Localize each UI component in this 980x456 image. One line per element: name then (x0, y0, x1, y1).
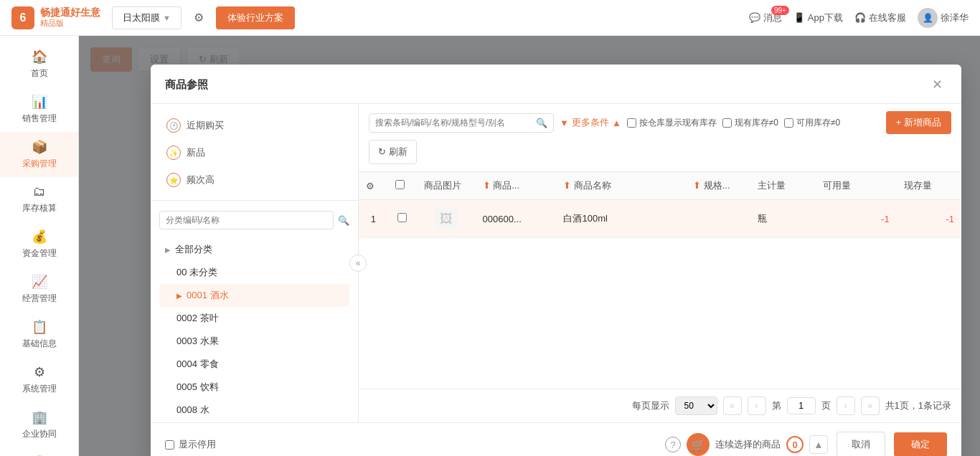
col-header-spec[interactable]: ⬆ 规格... (686, 172, 750, 200)
sidebar-item-enterprise[interactable]: 🏢 企业协同 (0, 402, 78, 447)
row-code-cell: 000600... (476, 200, 557, 238)
col-header-img: 商品图片 (417, 172, 475, 200)
tab-high-frequency[interactable]: ⭐ 频次高 (159, 167, 349, 193)
tree-item-0004[interactable]: 0004 零食 (159, 353, 349, 376)
per-page-select[interactable]: 50 10 20 100 (675, 396, 717, 415)
add-product-button[interactable]: + 新增商品 (886, 111, 951, 134)
user-nav-item[interactable]: 👤 徐泽华 (918, 8, 969, 28)
usable-stock-checkbox[interactable] (784, 118, 793, 128)
more-filter-button[interactable]: ▼ 更多条件 ▲ (560, 116, 621, 129)
tree-label-0004: 0004 零食 (176, 358, 219, 371)
left-panel-tabs: 🕐 近期购买 ✨ 新品 ⭐ 频次高 (151, 113, 358, 193)
logo-area: 6 畅捷通好生意 精品版 (11, 6, 100, 29)
sidebar-item-guide[interactable]: 🎯 新手引导 (0, 447, 78, 456)
sidebar-item-home[interactable]: 🏠 首页 (0, 42, 78, 87)
store-selector[interactable]: 日太阳膜 ▼ (112, 6, 182, 29)
collapse-left-panel-button[interactable]: « (349, 255, 367, 272)
first-page-button[interactable]: « (723, 396, 742, 415)
col-header-checkbox[interactable] (388, 172, 418, 200)
row-spec-cell (686, 200, 750, 238)
checkbox-usable-stock-filter[interactable]: 可用库存≠0 (784, 117, 840, 129)
warehouse-checkbox[interactable] (627, 118, 636, 128)
warehouse-filter-label: 按仓库显示现有库存 (639, 117, 717, 129)
show-disabled-checkbox[interactable] (165, 440, 174, 450)
row-available-cell: -1 (816, 200, 897, 238)
message-icon: 💬 (749, 12, 760, 23)
modal-close-button[interactable]: ✕ (927, 75, 947, 95)
tree-item-0005[interactable]: 0005 饮料 (159, 376, 349, 399)
col-name-sort-icon: ⬆ (563, 180, 571, 191)
sidebar-label-enterprise: 企业协同 (22, 428, 57, 440)
tab-recent-purchase[interactable]: 🕐 近期购买 (159, 113, 349, 138)
category-tree: ▶ 全部分类 00 未分类 ▶ 0001 酒水 0002 茶叶 (151, 232, 358, 414)
sidebar-item-inventory[interactable]: 🗂 库存核算 (0, 177, 78, 222)
tree-item-0003[interactable]: 0003 水果 (159, 330, 349, 353)
sidebar-label-system: 系统管理 (22, 383, 57, 395)
table-row[interactable]: 1 🖼 000600... 白酒100ml 瓶 -1 (359, 200, 961, 238)
select-all-checkbox[interactable] (395, 180, 405, 189)
dropdown-arrow-icon: ▼ (163, 14, 171, 22)
prev-page-button[interactable]: ‹ (748, 396, 766, 415)
sidebar-item-basic[interactable]: 📋 基础信息 (0, 312, 78, 357)
col-code-label: 商品... (493, 180, 519, 191)
refresh-button[interactable]: ↻ 刷新 (369, 140, 417, 164)
product-search-box[interactable]: 🔍 (369, 113, 554, 133)
col-header-available: 可用量 (816, 172, 897, 200)
tree-item-00[interactable]: 00 未分类 (159, 261, 349, 284)
show-disabled-label: 显示停用 (179, 438, 216, 451)
tree-item-0008[interactable]: 0008 水 (159, 399, 349, 414)
finance-icon: 💰 (32, 229, 47, 244)
tree-item-0002[interactable]: 0002 茶叶 (159, 307, 349, 330)
page-number-input[interactable] (787, 397, 816, 414)
page-total-label: 共1页，1条记录 (885, 399, 951, 412)
message-nav-item[interactable]: 💬 消息 99 (749, 11, 782, 24)
category-search-icon[interactable]: 🔍 (338, 215, 349, 226)
per-page-label: 每页显示 (632, 399, 669, 412)
available-stock-checkbox[interactable] (722, 118, 732, 128)
tree-item-all[interactable]: ▶ 全部分类 (159, 238, 349, 261)
page-suffix: 页 (821, 399, 831, 412)
sidebar: 🏠 首页 📊 销售管理 📦 采购管理 🗂 库存核算 💰 资金管理 📈 经营管理 … (0, 36, 79, 456)
experience-button[interactable]: 体验行业方案 (216, 6, 295, 29)
tab-recent-purchase-label: 近期购买 (187, 119, 224, 132)
col-header-name[interactable]: ⬆ 商品名称 (556, 172, 686, 200)
category-search-input[interactable] (159, 211, 334, 229)
sidebar-label-finance: 资金管理 (22, 247, 57, 260)
home-icon: 🏠 (32, 49, 47, 65)
col-header-code[interactable]: ⬆ 商品... (476, 172, 557, 200)
customer-service-nav-item[interactable]: 🎧 在线客服 (854, 11, 906, 24)
sidebar-item-operation[interactable]: 📈 经营管理 (0, 267, 78, 312)
inventory-icon: 🗂 (33, 184, 46, 199)
sidebar-item-system[interactable]: ⚙ 系统管理 (0, 357, 78, 402)
top-nav: 6 畅捷通好生意 精品版 日太阳膜 ▼ ⚙ 体验行业方案 💬 消息 99 📱 A… (0, 0, 980, 36)
usable-stock-filter-label: 可用库存≠0 (796, 117, 840, 129)
help-icon[interactable]: ? (665, 437, 681, 452)
settings-gear-icon[interactable]: ⚙ (187, 6, 210, 29)
sidebar-item-sales[interactable]: 📊 销售管理 (0, 87, 78, 132)
cancel-button[interactable]: 取消 (837, 432, 885, 456)
col-header-settings[interactable]: ⚙ (359, 172, 388, 200)
product-search-icon: 🔍 (536, 118, 547, 128)
operation-icon: 📈 (32, 274, 47, 290)
sidebar-label-purchase: 采购管理 (22, 158, 57, 170)
checkbox-warehouse-filter[interactable]: 按仓库显示现有库存 (627, 117, 717, 129)
app-download-nav-item[interactable]: 📱 App下载 (793, 11, 843, 24)
next-page-button[interactable]: › (837, 396, 855, 415)
tree-item-0001[interactable]: ▶ 0001 酒水 (159, 284, 349, 307)
product-table: ⚙ 商品图片 ⬆ 商品... ⬆ 商品名称 (359, 172, 961, 238)
row-name-cell: 白酒100ml (556, 200, 686, 238)
last-page-button[interactable]: » (861, 396, 880, 415)
row-checkbox[interactable] (397, 213, 407, 222)
product-search-input[interactable] (375, 118, 533, 128)
sidebar-item-finance[interactable]: 💰 资金管理 (0, 222, 78, 267)
checkbox-available-stock-filter[interactable]: 现有库存≠0 (722, 117, 778, 129)
tab-new-product[interactable]: ✨ 新品 (159, 140, 349, 166)
row-checkbox-cell[interactable] (388, 200, 418, 238)
tree-label-0005: 0005 饮料 (176, 381, 219, 394)
collapse-cart-button[interactable]: ▲ (809, 435, 828, 454)
cart-icon-button[interactable]: 🛒 (687, 433, 710, 456)
show-disabled-checkbox-label[interactable]: 显示停用 (165, 438, 216, 451)
confirm-button[interactable]: 确定 (894, 432, 947, 456)
logo-sub: 精品版 (40, 18, 100, 29)
sidebar-item-purchase[interactable]: 📦 采购管理 (0, 132, 78, 177)
